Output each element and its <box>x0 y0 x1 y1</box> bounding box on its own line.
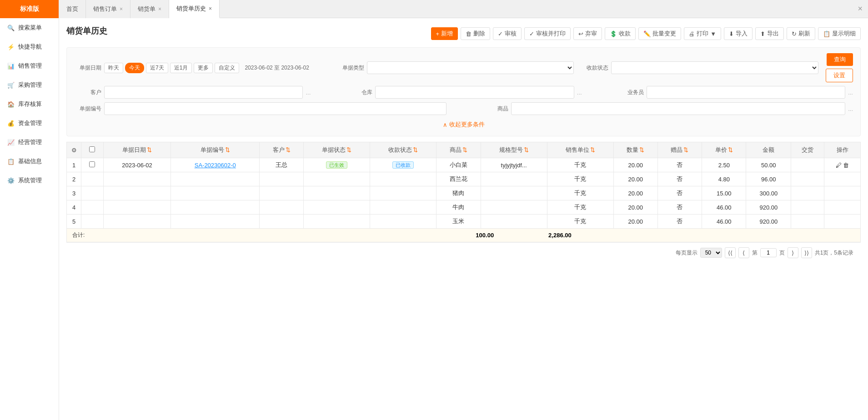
export-button[interactable]: ⬆ 导出 <box>755 27 784 40</box>
price-column-header[interactable]: 单价⇅ <box>702 142 746 158</box>
pay-status-select[interactable] <box>611 61 818 74</box>
row-order-no[interactable] <box>171 172 260 186</box>
page-size-select[interactable]: 50 <box>700 248 722 258</box>
warehouse-dots[interactable]: ... <box>577 89 582 96</box>
print-icon: 🖨 <box>689 30 695 37</box>
sidebar-item-quick-nav[interactable]: ⚡ 快捷导航 <box>0 37 59 56</box>
row-transaction <box>791 186 824 200</box>
refresh-button[interactable]: ↻ 刷新 <box>787 27 815 40</box>
audit-print-button[interactable]: ✓ 审核并打印 <box>524 27 571 40</box>
row-order-no[interactable]: SA-20230602-0 <box>171 158 260 172</box>
tab-sales-goods-close[interactable]: × <box>158 6 161 12</box>
tab-home[interactable]: 首页 <box>59 0 86 18</box>
row-checkbox[interactable] <box>81 215 104 229</box>
order-status-column-header[interactable]: 单据状态⇅ <box>304 142 370 158</box>
date-btn-custom[interactable]: 自定义 <box>215 63 239 73</box>
last-page-button[interactable]: ⟩⟩ <box>801 247 812 258</box>
row-action[interactable] <box>824 215 861 229</box>
tab-sales-goods[interactable]: 销货单 × <box>130 0 169 18</box>
type-select[interactable] <box>367 61 574 74</box>
sidebar-item-operations[interactable]: 📈 经营管理 <box>0 133 59 152</box>
row-order-no[interactable] <box>171 186 260 200</box>
row-action[interactable] <box>824 200 861 215</box>
order-no-input[interactable] <box>104 102 447 115</box>
row-checkbox[interactable] <box>81 186 104 200</box>
row-spec <box>481 215 547 229</box>
sidebar-item-purchase-mgmt[interactable]: 🛒 采购管理 <box>0 75 59 95</box>
sidebar-item-basic-info[interactable]: 📋 基础信息 <box>0 152 59 171</box>
gear-column-header[interactable]: ⚙ <box>67 142 81 158</box>
import-button[interactable]: ⬇ 导入 <box>724 27 753 40</box>
row-checkbox[interactable] <box>89 161 95 167</box>
row-order-status <box>304 172 370 186</box>
sidebar-item-system-mgmt[interactable]: ⚙️ 系统管理 <box>0 171 59 190</box>
date-label: 单据日期 <box>74 64 101 72</box>
staff-input[interactable] <box>647 86 845 99</box>
delete-button[interactable]: 🗑 删除 <box>461 27 490 40</box>
tab-sales-history[interactable]: 销货单历史 × <box>169 0 220 18</box>
row-action[interactable] <box>824 186 861 200</box>
row-goods: 小白菜 <box>437 158 481 172</box>
goods-column-header[interactable]: 商品⇅ <box>437 142 481 158</box>
delete-label: 删除 <box>473 30 485 38</box>
date-btn-more[interactable]: 更多 <box>194 63 213 73</box>
row-checkbox[interactable] <box>81 158 104 172</box>
batch-change-button[interactable]: ✏️ 批量变更 <box>638 27 681 40</box>
sidebar-item-inventory[interactable]: 🏠 库存核算 <box>0 95 59 114</box>
row-order-no[interactable] <box>171 215 260 229</box>
tab-sales-history-close[interactable]: × <box>209 5 212 12</box>
next-page-button[interactable]: ⟩ <box>788 247 798 258</box>
search-button[interactable]: 查询 <box>827 53 853 66</box>
qty-column-header[interactable]: 数量⇅ <box>613 142 657 158</box>
prev-page-button[interactable]: ⟨ <box>738 247 749 258</box>
staff-dots[interactable]: ... <box>848 89 853 96</box>
gift-column-header[interactable]: 赠品⇅ <box>657 142 702 158</box>
table-body: 12023-06-02SA-20230602-0王总已生效已收款小白菜tyjyj… <box>67 158 861 229</box>
date-range: 2023-06-02 至 2023-06-02 <box>245 64 309 72</box>
close-all-tabs[interactable]: × <box>852 4 868 14</box>
select-all-checkbox[interactable] <box>89 146 95 152</box>
audit-button[interactable]: ✓ 审核 <box>493 27 522 40</box>
pay-status-column-header[interactable]: 收款状态⇅ <box>370 142 437 158</box>
spec-column-header[interactable]: 规格型号⇅ <box>481 142 547 158</box>
print-button[interactable]: 🖨 打印 ▼ <box>684 27 721 40</box>
checkbox-column-header[interactable] <box>81 142 104 158</box>
sidebar-item-finance[interactable]: 💰 资金管理 <box>0 114 59 133</box>
tab-home-label: 首页 <box>66 5 78 13</box>
first-page-button[interactable]: ⟨⟨ <box>725 247 736 258</box>
row-price: 4.80 <box>702 172 746 186</box>
order-no-column-header[interactable]: 单据编号⇅ <box>171 142 260 158</box>
add-button[interactable]: + 新增 <box>431 27 458 40</box>
page-number-input[interactable] <box>760 248 777 257</box>
collapse-filter-button[interactable]: ∧ 收起更多条件 <box>74 119 853 130</box>
customer-column-header[interactable]: 客户⇅ <box>260 142 304 158</box>
tab-sales-order[interactable]: 销售订单 × <box>86 0 130 18</box>
order-link[interactable]: SA-20230602-0 <box>195 162 236 169</box>
abandon-button[interactable]: ↩ 弃审 <box>573 27 602 40</box>
filter-row-1: 单据日期 昨天 今天 近7天 近1月 更多 自定义 2023-06-02 至 2… <box>74 53 853 82</box>
row-action[interactable] <box>824 172 861 186</box>
date-btn-today[interactable]: 今天 <box>125 63 144 73</box>
customer-input[interactable] <box>104 86 303 99</box>
footer-label: 合计: <box>72 231 85 239</box>
row-order-no[interactable] <box>171 200 260 215</box>
tab-sales-order-close[interactable]: × <box>120 6 123 12</box>
show-detail-button[interactable]: 📋 显示明细 <box>818 27 861 40</box>
goods-input[interactable] <box>511 102 846 115</box>
row-action[interactable]: 🖊 🗑 <box>824 158 861 172</box>
set-button[interactable]: 设置 <box>826 69 853 82</box>
warehouse-input[interactable] <box>375 86 574 99</box>
basic-info-icon: 📋 <box>7 158 15 165</box>
date-btn-7days[interactable]: 近7天 <box>146 63 168 73</box>
row-checkbox[interactable] <box>81 200 104 215</box>
sidebar-item-sales-mgmt[interactable]: 📊 销售管理 <box>0 56 59 75</box>
date-btn-1month[interactable]: 近1月 <box>170 63 192 73</box>
date-btn-yesterday[interactable]: 昨天 <box>104 63 123 73</box>
customer-dots[interactable]: ... <box>306 89 311 96</box>
sidebar-item-search-menu[interactable]: 🔍 搜索菜单 <box>0 18 59 37</box>
collect-button[interactable]: 💲 收款 <box>605 27 636 40</box>
row-checkbox[interactable] <box>81 172 104 186</box>
date-column-header[interactable]: 单据日期⇅ <box>103 142 171 158</box>
goods-dots[interactable]: ... <box>848 105 853 112</box>
unit-column-header[interactable]: 销售单位⇅ <box>547 142 613 158</box>
